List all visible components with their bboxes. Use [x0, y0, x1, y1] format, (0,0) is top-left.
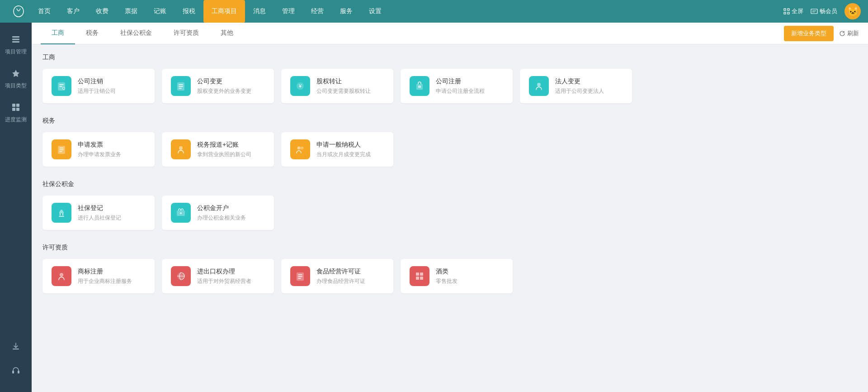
nav-bills[interactable]: 票据	[117, 0, 146, 23]
card-desc-general-taxpayer: 当月或次月成变更完成	[316, 151, 371, 158]
tab-license[interactable]: 许可资质	[163, 23, 210, 44]
svg-rect-0	[784, 9, 786, 10]
tab-industrial[interactable]: 工商	[41, 23, 75, 44]
nav-customer[interactable]: 客户	[59, 0, 88, 23]
provident-fund-icon	[171, 203, 191, 223]
tab-tax[interactable]: 税务	[75, 23, 109, 44]
card-title-food-license: 食品经营许可证	[316, 268, 365, 276]
sidebar-headset[interactable]	[0, 359, 32, 383]
headset-icon	[9, 364, 23, 378]
section-license: 许可资质 商标注册 用于企业商标注册服务	[42, 244, 857, 293]
section-social: 社保公积金 社保登记 进行人员社保登记	[42, 180, 857, 230]
card-company-register[interactable]: 公司注册 申请公司注册全流程	[401, 69, 513, 103]
tab-actions: 新增业务类型 刷新	[784, 26, 859, 41]
svg-point-30	[297, 147, 301, 150]
section-title-license: 许可资质	[42, 244, 857, 252]
nav-service[interactable]: 服务	[332, 0, 361, 23]
general-taxpayer-icon	[290, 139, 310, 159]
card-desc-company-register: 申请公司注册全流程	[436, 87, 485, 95]
card-info-invoice: 申请发票 办理申请发票业务	[78, 141, 121, 158]
card-trademark[interactable]: 商标注册 用于企业商标注册服务	[42, 259, 155, 293]
svg-rect-40	[420, 277, 423, 280]
svg-rect-7	[12, 36, 19, 38]
member-button[interactable]: 畅会员	[811, 7, 837, 15]
card-equity-transfer[interactable]: ¥ 股权转让 公司变更需要股权转让	[281, 69, 393, 103]
card-desc-invoice: 办理申请发票业务	[78, 151, 121, 158]
card-desc-legal-change: 适用于公司变更法人	[555, 87, 604, 95]
nav-right: 全屏 畅会员 🐱	[783, 3, 861, 19]
sidebar-item-progress[interactable]: 进度监测	[0, 95, 32, 129]
sidebar-download[interactable]	[0, 334, 32, 359]
section-title-industrial: 工商	[42, 53, 857, 62]
card-info-company-change: 公司变更 股权变更外的业务变更	[197, 77, 251, 95]
card-title-general-taxpayer: 申请一般纳税人	[316, 141, 371, 149]
card-title-import-export: 进出口权办理	[197, 268, 251, 276]
refresh-button[interactable]: 刷新	[839, 29, 859, 38]
svg-rect-12	[16, 104, 19, 107]
svg-marker-10	[12, 70, 19, 77]
scroll-content[interactable]: 工商 公司注销 适用于注销公司	[32, 44, 868, 392]
nav-message[interactable]: 消息	[245, 0, 274, 23]
card-title-provident-fund: 公积金开户	[197, 204, 246, 212]
svg-rect-37	[416, 272, 419, 276]
card-title-legal-change: 法人变更	[555, 77, 604, 86]
svg-rect-2	[784, 12, 786, 14]
card-company-cancel[interactable]: 公司注销 适用于注销公司	[42, 69, 155, 103]
svg-point-27	[537, 83, 541, 86]
trademark-icon	[52, 266, 71, 286]
svg-rect-26	[418, 86, 421, 88]
svg-rect-13	[12, 108, 15, 111]
section-title-social: 社保公积金	[42, 180, 857, 188]
svg-rect-9	[12, 41, 19, 43]
sidebar-item-project-type[interactable]: 项目类型	[0, 61, 32, 95]
company-cancel-icon	[52, 76, 71, 96]
progress-icon	[9, 100, 23, 114]
card-food-license[interactable]: 食品经营许可证 办理食品经营许可证	[281, 259, 393, 293]
sidebar-item-project-manage[interactable]: 项目管理	[0, 27, 32, 61]
svg-point-34	[60, 273, 63, 277]
card-title-trademark: 商标注册	[78, 268, 132, 276]
equity-transfer-icon: ¥	[290, 76, 310, 96]
svg-text:¥: ¥	[298, 83, 302, 89]
nav-settings[interactable]: 设置	[361, 0, 390, 23]
card-liquor[interactable]: 酒类 零售批发	[401, 259, 513, 293]
svg-rect-1	[788, 9, 789, 10]
card-info-general-taxpayer: 申请一般纳税人 当月或次月成变更完成	[316, 141, 371, 158]
card-legal-change[interactable]: 法人变更 适用于公司变更法人	[520, 69, 632, 103]
tab-social-insurance[interactable]: 社保公积金	[109, 23, 163, 44]
card-info-tax-report: 税务报道+记账 拿到营业执照的新公司	[197, 141, 251, 158]
svg-rect-38	[420, 272, 423, 276]
svg-rect-39	[416, 277, 419, 280]
card-tax-report[interactable]: 税务报道+记账 拿到营业执照的新公司	[162, 132, 274, 167]
card-info-liquor: 酒类 零售批发	[436, 268, 458, 285]
nav-home[interactable]: 首页	[30, 0, 59, 23]
nav-industrial[interactable]: 工商项目	[203, 0, 245, 23]
card-general-taxpayer[interactable]: 申请一般纳税人 当月或次月成变更完成	[281, 132, 393, 167]
card-info-trademark: 商标注册 用于企业商标注册服务	[78, 268, 132, 285]
invoice-icon	[52, 139, 71, 159]
card-provident-fund[interactable]: 公积金开户 办理公积金相关业务	[162, 196, 274, 230]
nav-fees[interactable]: 收费	[88, 0, 117, 23]
company-change-icon	[171, 76, 191, 96]
card-import-export[interactable]: 进出口权办理 适用于对外贸易经营者	[162, 259, 274, 293]
card-social-register[interactable]: 社保登记 进行人员社保登记	[42, 196, 155, 230]
card-desc-trademark: 用于企业商标注册服务	[78, 277, 132, 285]
nav-manage[interactable]: 管理	[274, 0, 303, 23]
mascot-avatar: 🐱	[844, 3, 861, 19]
card-info-equity-transfer: 股权转让 公司变更需要股权转让	[316, 77, 371, 95]
svg-rect-15	[13, 349, 19, 349]
svg-point-31	[301, 147, 304, 150]
social-register-icon	[52, 203, 71, 223]
card-title-social-register: 社保登记	[78, 204, 121, 212]
card-title-company-change: 公司变更	[197, 77, 251, 86]
nav-tax[interactable]: 报税	[175, 0, 203, 23]
nav-bookkeeping[interactable]: 记账	[146, 0, 175, 23]
card-invoice[interactable]: 申请发票 办理申请发票业务	[42, 132, 155, 167]
nav-operation[interactable]: 经营	[303, 0, 332, 23]
new-type-button[interactable]: 新增业务类型	[784, 26, 834, 41]
fullscreen-button[interactable]: 全屏	[783, 7, 803, 15]
tab-other[interactable]: 其他	[210, 23, 244, 44]
project-type-icon	[9, 67, 23, 80]
card-desc-import-export: 适用于对外贸易经营者	[197, 277, 251, 285]
card-company-change[interactable]: 公司变更 股权变更外的业务变更	[162, 69, 274, 103]
